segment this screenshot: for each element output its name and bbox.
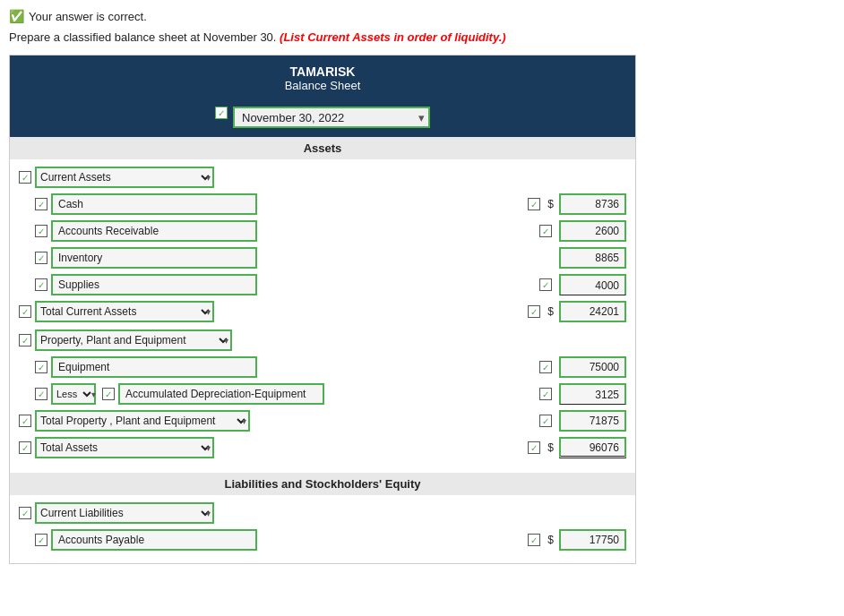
accum-dep-value-input[interactable] [559, 383, 626, 405]
current-liabilities-row: Current Liabilities [19, 502, 626, 524]
supplies-checkbox[interactable] [35, 278, 47, 291]
cl-checkbox[interactable] [19, 507, 31, 519]
date-row: November 30, 2022 [10, 101, 635, 137]
bs-header: TAMARISK Balance Sheet [10, 56, 635, 101]
ar-checkbox[interactable] [35, 225, 47, 237]
balance-sheet-container: TAMARISK Balance Sheet November 30, 2022… [9, 55, 636, 564]
ppe-select[interactable]: Property, Plant and Equipment [35, 329, 232, 351]
instruction-prefix: Prepare a classified balance sheet at No… [9, 30, 276, 44]
current-assets-checkbox[interactable] [19, 171, 31, 184]
current-liabilities-select[interactable]: Current Liabilities [35, 502, 214, 524]
total-ppe-select[interactable]: Total Property , Plant and Equipment [35, 410, 250, 432]
equipment-checkbox[interactable] [35, 361, 47, 373]
less-checkbox[interactable] [35, 388, 47, 400]
supplies-value-input[interactable] [559, 274, 626, 295]
equipment-checkbox-2[interactable] [539, 361, 552, 373]
equipment-value-input[interactable] [559, 356, 626, 378]
ta-dollar: $ [547, 441, 554, 454]
ar-checkbox-2[interactable] [539, 225, 552, 237]
ad-checkbox-2[interactable] [539, 388, 552, 400]
cash-dollar: $ [547, 198, 554, 210]
correct-text: Your answer is correct. [29, 10, 147, 23]
less-inner-checkbox[interactable] [102, 388, 115, 400]
equipment-row [35, 356, 626, 378]
ap-checkbox-2[interactable] [528, 534, 540, 546]
sheet-title: Balance Sheet [19, 79, 626, 92]
ap-value-input[interactable] [559, 529, 626, 551]
current-assets-row: Current Assets [19, 167, 626, 188]
total-current-assets-select[interactable]: Total Current Assets [35, 301, 214, 322]
ppe-checkbox[interactable] [19, 334, 31, 346]
tppe-checkbox[interactable] [19, 415, 31, 427]
assets-section-header: Assets [10, 137, 635, 159]
current-assets-select[interactable]: Current Assets [35, 167, 214, 188]
instruction-highlight: (List Current Assets in order of liquidi… [280, 30, 506, 44]
total-current-assets-row: Total Current Assets $ [19, 301, 626, 322]
tca-checkbox-2[interactable] [528, 305, 540, 318]
ta-checkbox[interactable] [19, 441, 31, 454]
bs-body: Current Assets $ [10, 159, 635, 471]
equipment-label-input[interactable] [51, 356, 257, 378]
cash-value-input[interactable] [559, 193, 626, 215]
ta-value-input[interactable] [559, 437, 626, 458]
cash-label-input[interactable] [51, 193, 257, 215]
ap-checkbox[interactable] [35, 534, 47, 546]
ar-value-input[interactable] [559, 220, 626, 242]
ta-checkbox-2[interactable] [528, 441, 540, 454]
tppe-value-input[interactable] [559, 410, 626, 432]
less-row: Less [35, 383, 626, 405]
check-icon: ✅ [9, 9, 24, 23]
supplies-checkbox-2[interactable] [539, 278, 552, 291]
total-ppe-row: Total Property , Plant and Equipment [19, 410, 626, 432]
cash-row: $ [35, 193, 626, 215]
supplies-row [35, 274, 626, 295]
accounts-receivable-row [35, 220, 626, 242]
cash-checkbox[interactable] [35, 198, 47, 210]
tca-value-input[interactable] [559, 301, 626, 322]
date-select-wrapper: November 30, 2022 [233, 107, 430, 128]
ap-label-input[interactable] [51, 529, 257, 551]
liabilities-section-header: Liabilities and Stockholders' Equity [10, 473, 635, 495]
accum-dep-label-input[interactable] [118, 383, 324, 405]
cash-checkbox-2[interactable] [528, 198, 540, 210]
tca-dollar: $ [547, 305, 554, 318]
company-name: TAMARISK [19, 64, 626, 79]
total-assets-row: Total Assets $ [19, 437, 626, 458]
date-checkbox[interactable] [215, 107, 228, 119]
inventory-value-input[interactable] [559, 247, 626, 269]
supplies-label-input[interactable] [51, 274, 257, 295]
instruction-row: Prepare a classified balance sheet at No… [9, 30, 835, 44]
tppe-checkbox-2[interactable] [539, 415, 552, 427]
inventory-label-input[interactable] [51, 247, 257, 269]
correct-message-row: ✅ Your answer is correct. [9, 9, 835, 23]
ar-label-input[interactable] [51, 220, 257, 242]
accounts-payable-row: $ [35, 529, 626, 551]
tca-checkbox[interactable] [19, 305, 31, 318]
liabilities-body: Current Liabilities $ [10, 495, 635, 563]
inventory-row [35, 247, 626, 269]
inventory-checkbox[interactable] [35, 252, 47, 264]
ap-dollar: $ [547, 534, 554, 546]
date-select[interactable]: November 30, 2022 [233, 107, 430, 128]
total-assets-select[interactable]: Total Assets [35, 437, 214, 458]
ppe-row: Property, Plant and Equipment [19, 329, 626, 351]
less-select[interactable]: Less [51, 383, 96, 405]
